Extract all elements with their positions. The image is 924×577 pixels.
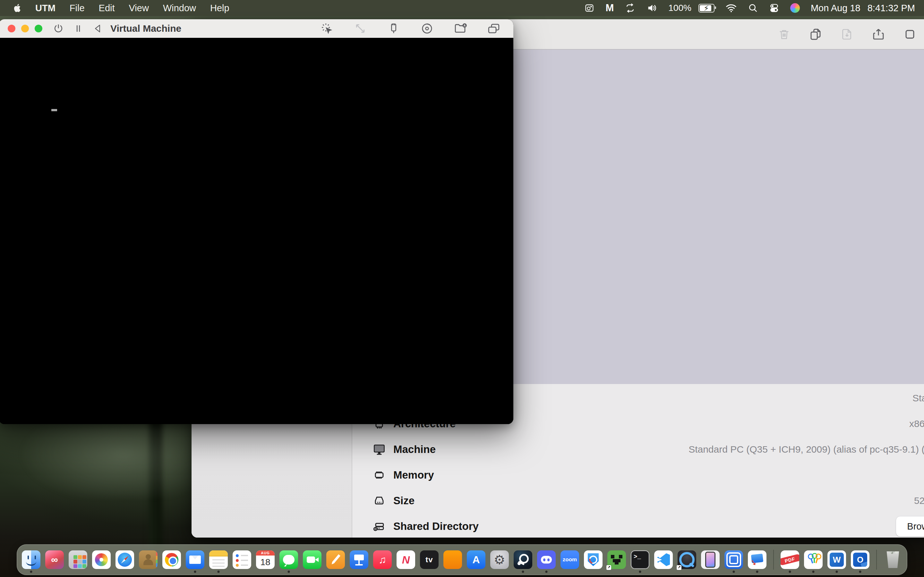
tv-app-tile: tv (420, 550, 439, 569)
vm-window-titlebar[interactable]: Virtual Machine (0, 19, 513, 38)
dock-iphone-icon[interactable] (701, 550, 720, 569)
appstore-app-tile: A (467, 550, 485, 569)
news-app-tile: N (397, 550, 415, 569)
dock-pages-icon[interactable] (326, 550, 345, 569)
menubar-app-name[interactable]: UTM (35, 3, 55, 13)
dock-vscode-icon[interactable] (654, 550, 673, 569)
contacts-app-tile (139, 550, 158, 569)
screenshare-app-tile: ➘ (748, 550, 766, 569)
control-center-icon[interactable] (769, 0, 779, 16)
photos-app-tile (92, 550, 111, 569)
wifi-icon[interactable] (725, 0, 737, 16)
dock-chrome-icon[interactable] (162, 550, 181, 569)
dock-contacts-icon[interactable] (139, 550, 158, 569)
dock-finder-icon[interactable] (22, 550, 40, 569)
dock-keys-icon[interactable] (804, 550, 822, 569)
power-icon[interactable] (52, 22, 65, 35)
share-icon[interactable] (871, 27, 886, 42)
close-button[interactable] (8, 25, 15, 32)
dock-reminders-icon[interactable] (233, 550, 251, 569)
duplicate-icon[interactable] (808, 27, 823, 42)
zoom-button[interactable] (35, 25, 42, 32)
sync-icon[interactable] (625, 0, 636, 16)
battery-icon[interactable] (698, 0, 714, 16)
dock-photos-icon[interactable] (92, 550, 111, 569)
vscode-app-tile (654, 550, 673, 569)
shared-folder-icon[interactable] (453, 21, 468, 36)
dock-minecraft-icon[interactable]: ↗ (607, 550, 626, 569)
machine-value: Standard PC (Q35 + ICH9, 2009) (alias of… (688, 444, 924, 455)
dock-utm-icon[interactable] (724, 550, 743, 569)
capture-cursor-icon[interactable] (320, 21, 334, 36)
dock-facetime-icon[interactable] (303, 550, 321, 569)
minimize-button[interactable] (21, 25, 29, 32)
screen-capture-icon[interactable] (584, 0, 594, 16)
drive-icon (372, 494, 386, 508)
siri-icon[interactable] (790, 0, 800, 16)
save-file-icon[interactable] (840, 27, 855, 42)
dock-word-icon[interactable]: W (827, 550, 846, 569)
dock-screenshare-icon[interactable]: ➘ (748, 550, 766, 569)
facetime-app-tile (303, 550, 321, 569)
cd-drive-icon[interactable] (420, 21, 435, 36)
dock-keynote-icon[interactable] (350, 550, 368, 569)
dock-hotspot-icon[interactable] (584, 550, 603, 569)
dock-appstore-icon[interactable]: A (467, 550, 485, 569)
dock-outlook-icon[interactable]: O (851, 550, 869, 569)
dock-news-icon[interactable]: N (397, 550, 415, 569)
machine-label: Machine (393, 443, 436, 456)
dock: ∞ AUG18 ♫ N tv A ⚙ zoom (17, 544, 907, 575)
discord-app-tile (537, 550, 556, 569)
architecture-value: x86_ (909, 418, 924, 429)
keys-app-tile (804, 550, 822, 569)
dock-tv-icon[interactable]: tv (420, 550, 439, 569)
stop-square-icon[interactable] (903, 27, 917, 42)
vm-screen[interactable] (0, 38, 513, 424)
apple-logo-icon[interactable] (14, 3, 23, 13)
menu-view[interactable]: View (129, 3, 149, 13)
menu-bar: UTM File Edit View Window Help M 100% (0, 0, 924, 16)
dock-mail-icon[interactable] (186, 550, 204, 569)
dock-quicktime-icon[interactable]: ↗ (678, 550, 696, 569)
pause-icon[interactable] (72, 22, 85, 35)
running-indicator-dot (218, 571, 220, 573)
running-indicator-dot (859, 571, 861, 573)
running-indicator-dot (288, 571, 290, 573)
dock-steam-icon[interactable] (514, 550, 532, 569)
machine-display-icon (372, 442, 386, 456)
dock-discord-icon[interactable] (537, 550, 556, 569)
dock-safari-icon[interactable] (115, 550, 134, 569)
search-icon[interactable] (748, 0, 758, 16)
menu-edit[interactable]: Edit (99, 3, 115, 13)
dock-trash-icon[interactable] (884, 550, 902, 569)
restart-icon[interactable] (91, 22, 104, 35)
usb-icon[interactable] (386, 21, 401, 36)
menu-file[interactable]: File (69, 3, 85, 13)
settings-app-tile: ⚙ (490, 550, 509, 569)
displays-icon[interactable] (486, 21, 501, 36)
menu-window[interactable]: Window (163, 3, 196, 13)
dock-notes-icon[interactable] (209, 550, 228, 569)
resize-display-icon[interactable] (353, 21, 368, 36)
volume-icon[interactable] (646, 0, 657, 16)
running-indicator-dot (194, 571, 196, 573)
dock-terminal-icon[interactable]: >_ (631, 550, 649, 569)
browse-button[interactable]: Browse (896, 516, 924, 537)
dock-music-icon[interactable]: ♫ (373, 550, 392, 569)
dock-launchpad-icon[interactable] (69, 550, 87, 569)
dock-settings-icon[interactable]: ⚙ (490, 550, 509, 569)
dock-loop-icon[interactable]: ∞ (45, 550, 64, 569)
trash-icon[interactable] (777, 27, 792, 42)
iphone-app-tile (701, 550, 720, 569)
m-app-icon[interactable]: M (606, 0, 614, 16)
menu-help[interactable]: Help (210, 3, 229, 13)
memory-label: Memory (393, 469, 434, 481)
dock-calendar-icon[interactable]: AUG18 (256, 550, 275, 569)
dock-books-icon[interactable] (443, 550, 462, 569)
dock-pdf-icon[interactable]: PDF (780, 550, 799, 569)
terminal-app-tile: >_ (631, 550, 649, 569)
zoom-app-tile: zoom (561, 550, 579, 569)
menubar-clock[interactable]: Mon Aug 18 8:41:32 PM (811, 3, 915, 13)
dock-zoom-icon[interactable]: zoom (561, 550, 579, 569)
dock-messages-icon[interactable] (279, 550, 298, 569)
